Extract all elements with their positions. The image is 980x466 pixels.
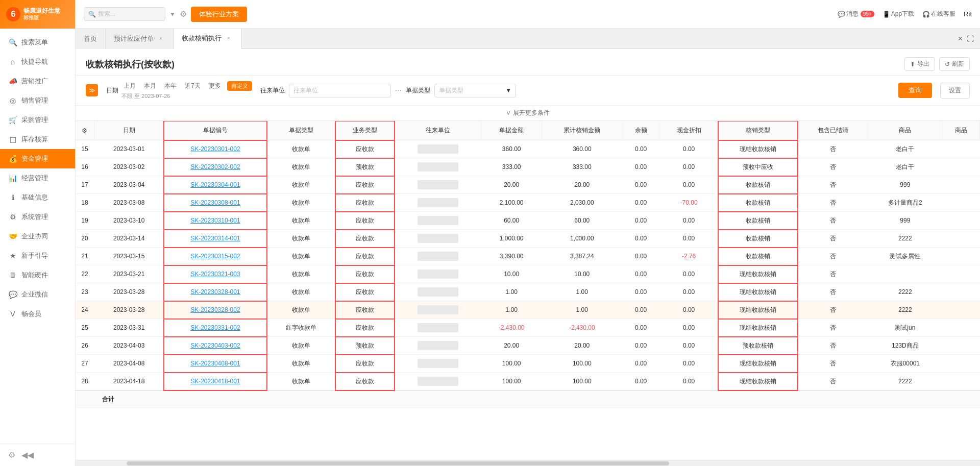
doc-no-link[interactable]: SK-20230321-003 bbox=[190, 271, 240, 278]
doc-no-link[interactable]: SK-20230314-001 bbox=[190, 235, 240, 242]
doc-no-link[interactable]: SK-20230408-001 bbox=[190, 360, 240, 367]
cell-num: 18 bbox=[76, 194, 94, 212]
tab-close-all-icon[interactable]: × bbox=[958, 34, 963, 43]
online-service-btn[interactable]: 🎧 在线客服 bbox=[922, 10, 955, 18]
doc-no-link[interactable]: SK-20230331-002 bbox=[190, 324, 240, 331]
date-opt-this-year[interactable]: 本年 bbox=[162, 81, 179, 91]
dropdown-icon[interactable]: ▼ bbox=[169, 11, 176, 18]
doc-no-link[interactable]: SK-20230308-001 bbox=[190, 199, 240, 206]
cell-verify-type: 现结收款核销 bbox=[718, 265, 798, 283]
doc-no-link[interactable]: SK-20230302-002 bbox=[190, 163, 240, 170]
doc-no-link[interactable]: SK-20230418-001 bbox=[190, 378, 240, 385]
query-btn[interactable]: 查询 bbox=[898, 83, 932, 98]
sidebar-item-operation[interactable]: 📊经营管理 bbox=[0, 168, 75, 188]
cell-doc-type: 收款单 bbox=[267, 248, 336, 265]
date-opt-last-month[interactable]: 上月 bbox=[121, 81, 138, 91]
date-opt-this-month[interactable]: 本月 bbox=[142, 81, 158, 91]
export-btn[interactable]: ⬆ 导出 bbox=[904, 57, 935, 71]
message-btn[interactable]: 💬 消息 99+ bbox=[838, 10, 874, 18]
refresh-label: 刷新 bbox=[952, 60, 964, 68]
sidebar-item-inventory[interactable]: ◫库存核算 bbox=[0, 130, 75, 149]
gear-icon[interactable]: ⚙ bbox=[180, 9, 187, 19]
col-settings-icon[interactable]: ⚙ bbox=[76, 121, 94, 140]
industry-btn[interactable]: 体验行业方案 bbox=[191, 7, 247, 22]
cell-date: 2023-04-03 bbox=[94, 337, 164, 355]
cell-doc-no: SK-20230310-001 bbox=[164, 212, 266, 230]
doc-no-link[interactable]: SK-20230315-002 bbox=[190, 253, 240, 260]
content-area: 收款核销执行(按收款) ⬆ 导出 ↺ 刷新 ≫ 日期 上月 bbox=[76, 49, 980, 466]
date-custom-btn[interactable]: 自定义 bbox=[227, 81, 252, 91]
cell-doc-no: SK-20230302-002 bbox=[164, 158, 266, 176]
sidebar-item-finance[interactable]: 💰资金管理 bbox=[0, 149, 75, 168]
cell-product2 bbox=[943, 176, 980, 194]
table-row: 25 2023-03-31 SK-20230331-002 红字收款单 应收款 … bbox=[76, 319, 980, 337]
doc-no-link[interactable]: SK-20230310-001 bbox=[190, 217, 240, 224]
tab-maximize-icon[interactable]: ⛶ bbox=[967, 35, 974, 43]
sidebar-item-hardware[interactable]: 🖥智能硬件 bbox=[0, 265, 75, 285]
sidebar-item-marketing[interactable]: 📣营销推广 bbox=[0, 71, 75, 91]
settings-icon[interactable]: ⚙ bbox=[8, 450, 15, 460]
tab-payable-label: 预计应应付单 bbox=[114, 34, 154, 43]
sidebar-label-finance: 资金管理 bbox=[21, 154, 48, 163]
doc-type-select[interactable]: 单据类型 ▼ bbox=[434, 84, 516, 97]
sidebar-item-guide[interactable]: ★新手引导 bbox=[0, 246, 75, 265]
filter-toggle-btn[interactable]: ≫ bbox=[86, 84, 98, 96]
tab-collection-close[interactable]: × bbox=[225, 34, 233, 42]
message-badge: 99+ bbox=[861, 11, 874, 17]
filter-setting-btn[interactable]: 设置 bbox=[940, 83, 970, 99]
app-download-btn[interactable]: 📱 App下载 bbox=[883, 10, 914, 18]
sidebar-item-wechat[interactable]: 💬企业微信 bbox=[0, 285, 75, 304]
doc-no-link[interactable]: SK-20230304-001 bbox=[190, 181, 240, 188]
app-logo: 6 畅康道好生意 标推版 bbox=[0, 0, 75, 29]
refresh-btn[interactable]: ↺ 刷新 bbox=[939, 57, 970, 71]
sidebar-item-member[interactable]: V畅会员 bbox=[0, 304, 75, 324]
unit-input[interactable]: 往来单位 bbox=[289, 84, 391, 97]
date-opt-7days[interactable]: 近7天 bbox=[183, 81, 203, 91]
topbar-search-box[interactable]: 🔍 搜索... bbox=[84, 7, 165, 21]
date-opt-more[interactable]: 更多 bbox=[207, 81, 223, 91]
member-icon: V bbox=[8, 309, 17, 318]
export-icon: ⬆ bbox=[910, 61, 915, 68]
cell-biz-type: 应收款 bbox=[335, 212, 394, 230]
horizontal-scrollbar[interactable] bbox=[76, 460, 980, 466]
cell-balance: 0.00 bbox=[622, 337, 659, 355]
filter-dots[interactable]: ··· bbox=[395, 86, 402, 95]
cell-included: 否 bbox=[798, 176, 868, 194]
expand-bar[interactable]: ∨ 展开更多条件 bbox=[76, 106, 980, 121]
doc-no-link[interactable]: SK-20230301-002 bbox=[190, 145, 240, 153]
cell-num: 22 bbox=[76, 265, 94, 283]
sidebar-item-system[interactable]: ⚙系统管理 bbox=[0, 207, 75, 227]
col-verify-type: 核销类型 bbox=[718, 121, 798, 140]
cell-doc-type: 收款单 bbox=[267, 194, 336, 212]
collapse-icon[interactable]: ◀◀ bbox=[21, 450, 34, 460]
sidebar-item-purchase[interactable]: 🛒采购管理 bbox=[0, 110, 75, 130]
footer-verify bbox=[718, 390, 798, 408]
sidebar-item-quick[interactable]: ⌂快捷导航 bbox=[0, 52, 75, 71]
cell-unit bbox=[395, 194, 481, 212]
tab-collection[interactable]: 收款核销执行 × bbox=[174, 29, 241, 49]
tab-home[interactable]: 首页 bbox=[76, 29, 106, 49]
sidebar-nav: 🔍搜索菜单⌂快捷导航📣营销推广◎销售管理🛒采购管理◫库存核算💰资金管理📊经营管理… bbox=[0, 29, 75, 444]
sidebar-item-corp[interactable]: 🤝企业协同 bbox=[0, 227, 75, 246]
tab-payable[interactable]: 预计应应付单 × bbox=[106, 29, 174, 49]
filter-bar: ≫ 日期 上月 本月 本年 近7天 更多 自定义 不限 至 2023-07-26 bbox=[76, 76, 980, 106]
cell-product2 bbox=[943, 301, 980, 319]
purchase-icon: 🛒 bbox=[8, 115, 17, 125]
search-icon: 🔍 bbox=[88, 11, 96, 18]
doc-type-value: 单据类型 bbox=[439, 86, 463, 95]
scrollbar-thumb[interactable] bbox=[127, 461, 669, 465]
cell-balance: 0.00 bbox=[622, 140, 659, 158]
sidebar-item-basic[interactable]: ℹ基础信息 bbox=[0, 188, 75, 207]
doc-no-link[interactable]: SK-20230328-001 bbox=[190, 288, 240, 296]
doc-no-link[interactable]: SK-20230328-002 bbox=[190, 306, 240, 313]
sidebar-item-search[interactable]: 🔍搜索菜单 bbox=[0, 33, 75, 52]
tab-payable-close[interactable]: × bbox=[157, 35, 165, 43]
user-avatar[interactable]: Rit bbox=[964, 10, 972, 18]
sidebar-item-sales[interactable]: ◎销售管理 bbox=[0, 91, 75, 110]
cell-balance: 0.00 bbox=[622, 230, 659, 248]
doc-no-link[interactable]: SK-20230403-002 bbox=[190, 342, 240, 349]
col-balance: 余额 bbox=[622, 121, 659, 140]
cell-product1: 老白干 bbox=[868, 140, 943, 158]
cell-date: 2023-03-28 bbox=[94, 283, 164, 301]
cell-included: 否 bbox=[798, 140, 868, 158]
